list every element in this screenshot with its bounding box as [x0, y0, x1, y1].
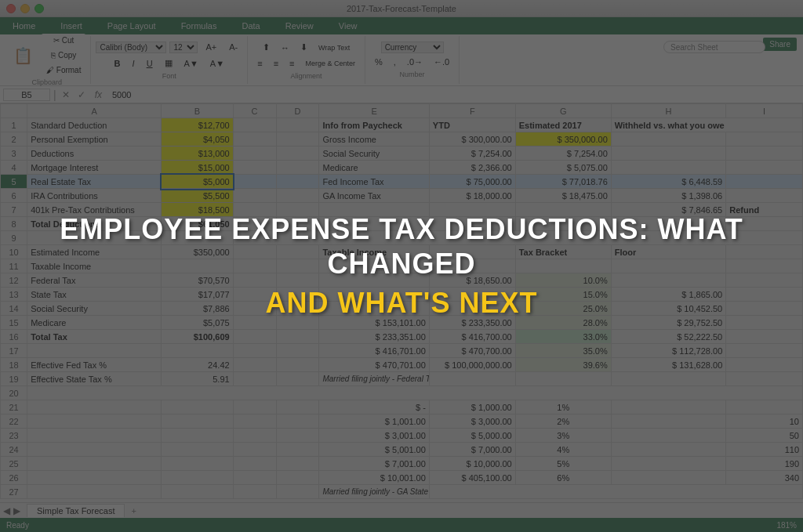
overlay-title-line2: AND WHAT'S NEXT — [31, 287, 772, 320]
overlay-text-container: EMPLOYEE EXPENSE TAX DEDUCTIONS: WHAT CH… — [0, 197, 803, 335]
overlay-title-line1: EMPLOYEE EXPENSE TAX DEDUCTIONS: WHAT CH… — [31, 212, 772, 280]
overlay: EMPLOYEE EXPENSE TAX DEDUCTIONS: WHAT CH… — [0, 0, 803, 532]
